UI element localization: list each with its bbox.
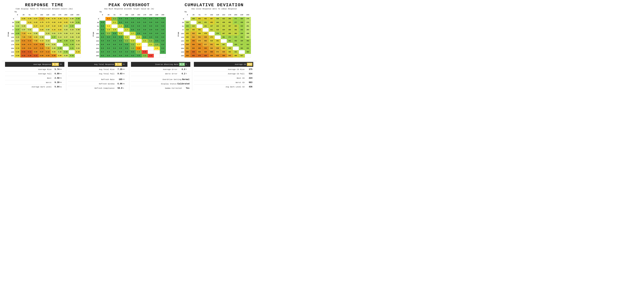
matrix-cell: 0.0 bbox=[100, 24, 106, 28]
matrix-cell: 6.11 bbox=[63, 17, 69, 21]
stat-value: 2.58 bbox=[52, 77, 59, 79]
row-header: 179 bbox=[95, 43, 100, 46]
matrix-cell: 329 bbox=[239, 39, 245, 43]
matrix-cell: 6.50 bbox=[32, 36, 38, 39]
matrix-data-row: 77418483481411418424405381332283 bbox=[180, 28, 251, 32]
matrix-cell: 4.80 bbox=[57, 39, 63, 43]
matrix-cell: 2.3 bbox=[130, 39, 136, 43]
col-header: 51 bbox=[196, 13, 202, 16]
matrix-cell: 5.33 bbox=[44, 32, 51, 36]
matrix-data-row: 06.956.466.977.116.956.786.386.115.454.9… bbox=[10, 17, 81, 21]
matrix-cell: 8.98 bbox=[38, 54, 44, 58]
matrix-cell bbox=[20, 21, 26, 24]
matrix-cell: 1.1 bbox=[130, 43, 136, 46]
col-header: 204 bbox=[233, 13, 239, 16]
matrix-cell: 4.80 bbox=[57, 46, 63, 50]
matrix-cell: 5.39 bbox=[38, 36, 44, 39]
stat-label: Avg Total Fall bbox=[69, 73, 115, 75]
row-header: 255 bbox=[95, 54, 100, 58]
matrix-cell: 4.72 bbox=[63, 43, 69, 46]
stat-label: Worst CD bbox=[195, 82, 245, 84]
stat-label: Best bbox=[6, 77, 52, 79]
matrix-cell bbox=[57, 43, 63, 46]
col-header: 102 bbox=[124, 13, 130, 16]
col-header: 255 bbox=[75, 13, 81, 16]
matrix-cell: 6.62 bbox=[51, 21, 57, 24]
matrix-cell: 626 bbox=[184, 54, 190, 58]
col-header: 204 bbox=[63, 13, 69, 16]
matrix-cell: 6.04 bbox=[38, 28, 44, 32]
stat-value: 683 bbox=[245, 81, 252, 84]
matrix-cell: 432 bbox=[227, 46, 233, 50]
matrix-cell: 5.01 bbox=[51, 43, 57, 46]
matrix-cell bbox=[112, 24, 118, 28]
matrix-cell bbox=[130, 36, 136, 39]
col-header: 153 bbox=[136, 13, 142, 16]
matrix-cell: 6.34 bbox=[75, 50, 81, 54]
matrix-cell: 5.83 bbox=[63, 28, 69, 32]
matrix-cell: 453 bbox=[184, 32, 190, 36]
matrix-cell: 0.0 bbox=[148, 17, 154, 21]
stat-data-row: Worst CD683 bbox=[194, 80, 253, 85]
matrix-cell: 8.00 bbox=[38, 43, 44, 46]
stat-header-value: 454 bbox=[247, 63, 252, 66]
matrix-cell: 670 bbox=[196, 54, 202, 58]
matrix-cell: 0.0 bbox=[100, 21, 106, 24]
matrix-cell bbox=[14, 17, 20, 21]
matrix-cell: 0.0 bbox=[142, 36, 148, 39]
matrix-cell: 0.0 bbox=[124, 43, 130, 46]
col-header: 153 bbox=[221, 13, 227, 16]
matrix-cell: 4.91 bbox=[75, 21, 81, 24]
matrix-cell: 443 bbox=[215, 24, 221, 28]
matrix-cell: 6.97 bbox=[32, 17, 38, 21]
matrix-cell: 562 bbox=[190, 36, 196, 39]
stat-data-row: Refresh Rate165Hz bbox=[68, 77, 127, 82]
matrix-cell bbox=[136, 39, 142, 43]
stat-label: Worst bbox=[6, 82, 52, 84]
matrix-cell bbox=[26, 24, 32, 28]
matrix-cell: 383 bbox=[233, 24, 239, 28]
matrix-cell: 6.02 bbox=[57, 28, 63, 32]
stat-value: 436 bbox=[245, 86, 252, 88]
stat-value: 534 bbox=[245, 73, 252, 75]
col-header: 51 bbox=[112, 13, 118, 16]
matrix-cell: 433 bbox=[221, 24, 227, 28]
row-header: 51 bbox=[10, 24, 14, 28]
matrix-cell: 0.0 bbox=[124, 50, 130, 54]
matrix-cell: 5.46 bbox=[32, 32, 38, 36]
row-header: 26 bbox=[10, 21, 14, 24]
matrix-cell: 329 bbox=[233, 43, 239, 46]
stats-peak-overshoot: Avg Total Response8.19msAvg Total Rise7.… bbox=[66, 62, 129, 90]
matrix-data-row: 03.71.10.00.00.00.00.00.00.00.0 bbox=[95, 17, 166, 21]
matrix-cell: 486 bbox=[221, 46, 227, 50]
matrix-cell: 561 bbox=[184, 46, 190, 50]
matrix-cell: 0.0 bbox=[100, 46, 106, 50]
matrix-cell: 0.0 bbox=[130, 17, 136, 21]
matrix-data-row: 1280.00.00.00.02.12.20.00.00.00.0 bbox=[95, 36, 166, 39]
row-header: 204 bbox=[95, 46, 100, 50]
matrix-cell: 577 bbox=[202, 43, 209, 46]
matrix-cell: 2.2 bbox=[118, 32, 124, 36]
matrix-data-row: 102453522508470379407400382336289 bbox=[180, 32, 251, 36]
matrix-cell: 0.0 bbox=[112, 43, 118, 46]
stat-label: Avg Total Rise bbox=[69, 68, 115, 70]
matrix-cell: 6.16 bbox=[51, 28, 57, 32]
stat-label: Worst Error bbox=[132, 73, 178, 75]
matrix-cell: 539 bbox=[221, 50, 227, 54]
matrix-cell: 1.3 bbox=[136, 50, 142, 54]
stat-value: 6.2 bbox=[178, 73, 185, 75]
matrix-cell: 5.00 bbox=[69, 36, 75, 39]
matrix-cell bbox=[209, 32, 215, 36]
matrix-cell: 6.96 bbox=[14, 54, 20, 58]
stat-label: Overdrive Setting bbox=[132, 78, 182, 80]
matrix-cell: 0.0 bbox=[136, 32, 142, 36]
stat-value: Calibrated bbox=[178, 83, 190, 85]
matrix-cell: 2.1 bbox=[148, 43, 154, 46]
stat-unit: ms bbox=[59, 77, 64, 79]
stat-data-row: Average CD Rise375 bbox=[194, 67, 253, 72]
matrix-cell: 6.00 bbox=[57, 24, 63, 28]
matrix-cell: 485 bbox=[233, 54, 239, 58]
matrix-cell: 303 bbox=[239, 46, 245, 50]
matrix-cell: 5.00 bbox=[75, 28, 81, 32]
stat-unit: ms bbox=[59, 82, 64, 84]
